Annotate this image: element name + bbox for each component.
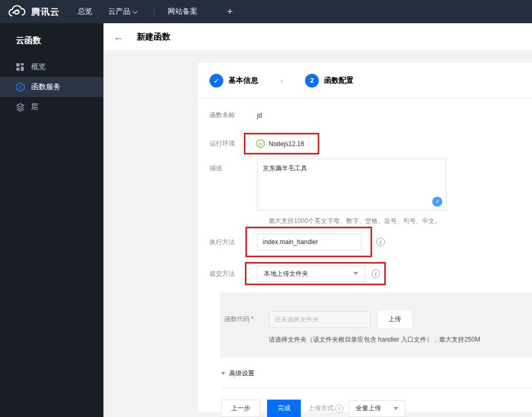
topbar: 腾讯云 总览 云产品 网站备案 + [0, 0, 532, 23]
handler-input[interactable] [257, 234, 362, 250]
step-indicator: ✓ 基本信息 › 2 函数配置 [198, 63, 532, 99]
nav-separator [154, 7, 154, 16]
layers-icon [16, 102, 25, 112]
advanced-settings-label: 高级设置 [229, 369, 254, 378]
function-config-form: 函数名称 jd 运行环境 js Nodejs12.16 描述 [198, 99, 532, 417]
handler-info-icon[interactable]: i [376, 238, 385, 246]
upload-mode-select[interactable]: 全量上传 [349, 400, 405, 417]
advanced-settings-toggle[interactable]: 高级设置 [221, 369, 532, 378]
select-caret-icon [393, 407, 398, 410]
footer-divider [221, 388, 532, 389]
scf-hexagon-icon [16, 82, 25, 92]
sidebar-item-label: 层 [31, 102, 39, 112]
function-name-value: jd [257, 112, 262, 119]
cloud-logo-icon [7, 5, 26, 18]
top-navigation: 总览 云产品 网站备案 + [78, 6, 233, 17]
previous-step-button[interactable]: 上一步 [221, 400, 260, 417]
nav-item-icp[interactable]: 网站备案 [168, 7, 197, 16]
step1-check-icon: ✓ [210, 74, 223, 88]
main-content: ← 新建函数 ✓ 基本信息 › 2 函数配置 函数名称 jd 运行环境 [103, 23, 532, 417]
submit-method-value: 本地上传文件夹 [264, 269, 308, 278]
upload-mode-value: 全量上传 [356, 404, 381, 413]
function-code-section: 函数代码* 上传 请选择文件夹（该文件夹根目录应包含 handler 入口文件）… [220, 293, 532, 357]
sidebar-item-overview[interactable]: 概览 [0, 57, 103, 77]
page-header: ← 新建函数 [103, 23, 532, 51]
submit-info-icon[interactable]: i [372, 269, 380, 278]
description-label: 描述 [210, 159, 257, 173]
function-name-label: 函数名称 [210, 111, 257, 120]
tencent-cloud-logo[interactable]: 腾讯云 [0, 5, 60, 18]
sidebar-item-label: 函数服务 [31, 82, 61, 92]
submit-annotation-box: 本地上传文件夹 i [245, 262, 386, 285]
description-textarea[interactable] [257, 159, 446, 210]
function-name-row: 函数名称 jd [210, 111, 532, 120]
sidebar: 云函数 概览 函数服务 层 [0, 23, 103, 417]
step1-label: 基本信息 [229, 76, 258, 85]
function-code-label: 函数代码* [224, 315, 269, 324]
upload-mode: 上传方式 i [308, 404, 344, 413]
nav-item-cloud-products[interactable]: 云产品 [108, 7, 138, 16]
page-title: 新建函数 [137, 32, 170, 43]
sidebar-item-label: 概览 [31, 62, 46, 72]
description-row: 描述 ✓ [210, 159, 532, 212]
step2-number: 2 [305, 74, 319, 88]
select-caret-icon [353, 272, 358, 275]
upload-mode-label: 上传方式 [308, 404, 334, 413]
upload-button[interactable]: 上传 [378, 311, 412, 328]
create-function-panel: ✓ 基本信息 › 2 函数配置 函数名称 jd 运行环境 [198, 63, 532, 412]
grid-icon [16, 62, 25, 72]
description-hint: 最大支持1000个英文字母、数字、空格、逗号、句号、中文。 [269, 217, 532, 226]
required-asterisk: * [251, 315, 254, 323]
handler-row: 执行方法 i [210, 227, 532, 257]
brand-name: 腾讯云 [31, 6, 60, 18]
folder-path-input[interactable] [269, 311, 370, 328]
svg-text:js: js [258, 141, 262, 146]
sidebar-item-layers[interactable]: 层 [0, 97, 103, 117]
description-textarea-wrap: ✓ [257, 159, 446, 212]
function-code-hint: 请选择文件夹（该文件夹根目录应包含 handler 入口文件），最大支持250M [269, 335, 532, 344]
submit-method-select[interactable]: 本地上传文件夹 [257, 265, 365, 282]
triangle-down-icon [221, 372, 225, 375]
chevron-down-icon [132, 8, 138, 14]
runtime-row: 运行环境 js Nodejs12.16 [210, 133, 532, 154]
sidebar-item-function-service[interactable]: 函数服务 [0, 77, 103, 97]
handler-annotation-box [245, 227, 372, 257]
finish-button[interactable]: 完成 [267, 400, 301, 417]
footer-actions: 上一步 完成 上传方式 i 全量上传 [221, 400, 532, 417]
nav-item-overview[interactable]: 总览 [78, 7, 92, 16]
runtime-annotation-box: js Nodejs12.16 [244, 133, 319, 154]
nodejs-icon: js [256, 139, 265, 149]
back-arrow-icon[interactable]: ← [113, 32, 124, 42]
step2-label: 函数配置 [324, 76, 354, 85]
sidebar-title: 云函数 [0, 23, 103, 57]
valid-check-icon: ✓ [432, 197, 442, 207]
add-nav-icon[interactable]: + [227, 6, 233, 17]
runtime-value: Nodejs12.16 [269, 140, 304, 148]
upload-mode-info-icon[interactable]: i [335, 404, 344, 413]
step-chevron-icon: › [280, 76, 283, 85]
submit-method-row: 提交方法 本地上传文件夹 i [210, 262, 532, 285]
function-code-row: 函数代码* 上传 [224, 311, 532, 328]
